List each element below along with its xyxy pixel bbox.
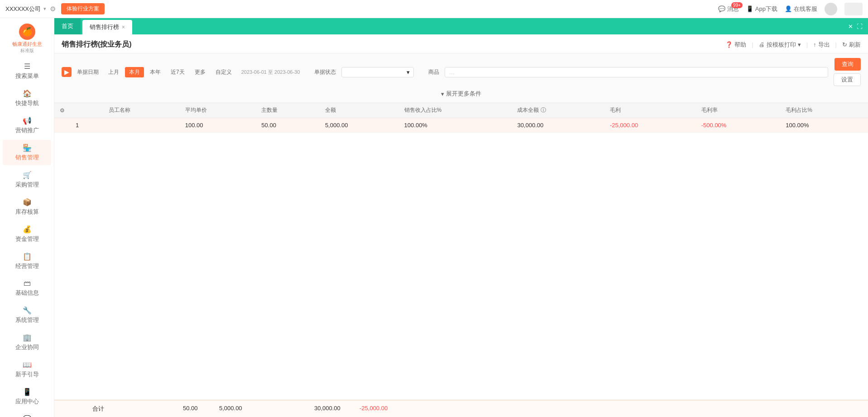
sidebar-item-marketing[interactable]: 📢 营销推广 — [3, 113, 51, 138]
status-select[interactable]: ▾ — [341, 67, 414, 77]
operations-icon: 📋 — [23, 252, 32, 261]
sidebar-item-system[interactable]: 🔧 系统管理 — [3, 302, 51, 328]
sidebar-item-operations[interactable]: 📋 经营管理 — [3, 249, 51, 274]
sidebar-item-inventory[interactable]: 📦 库存核算 — [3, 194, 51, 220]
download-icon: 📱 — [746, 5, 753, 12]
sidebar-item-wechat[interactable]: 💬 企业微信 — [3, 411, 51, 417]
user-name — [844, 3, 863, 15]
trial-button[interactable]: 体验行业方案 — [61, 3, 105, 14]
expand-conditions-button[interactable]: ▾ 展开更多条件 — [62, 90, 861, 98]
sidebar-item-label: 新手引导 — [15, 370, 39, 379]
sidebar-item-guide[interactable]: 📖 新手引导 — [3, 357, 51, 382]
footer-cells: 合计 50.00 5,000.00 30,000.00 -25,000.00 — [60, 405, 863, 413]
col-sales-pct: 销售收入占比% — [399, 103, 512, 118]
date-tab-more[interactable]: 更多 — [191, 67, 210, 77]
cell-settings — [54, 118, 70, 133]
purchase-icon: 🛒 — [23, 171, 32, 179]
messages-button[interactable]: 💬 消息 99+ — [718, 5, 739, 13]
col-settings[interactable]: ⚙ — [54, 103, 70, 118]
sidebar-item-search[interactable]: ☰ 搜索菜单 — [3, 58, 51, 84]
chevron-down-icon: ▾ — [43, 6, 46, 12]
table-container: ⚙ 员工名称 平均单价 主数量 全额 销售收入占比% 成本全额 ⓘ 毛利 毛利率… — [54, 103, 868, 400]
goods-input[interactable]: … — [445, 67, 828, 77]
print-label: 按模板打印 — [767, 41, 796, 49]
footer-qty: 50.00 — [177, 405, 214, 413]
page-actions: ❓ 帮助 | 🖨 按模板打印 ▾ | ↑ 导出 | — [725, 41, 861, 49]
tab-home[interactable]: 首页 — [54, 18, 81, 34]
sidebar-item-sales[interactable]: 🏪 销售管理 — [3, 140, 51, 165]
window-buttons: ✕ ⛶ — [848, 23, 868, 30]
sidebar-item-label: 企业协同 — [15, 343, 39, 351]
sidebar-item-label: 经营管理 — [15, 262, 39, 270]
export-button[interactable]: ↑ 导出 — [813, 41, 830, 49]
footer-rank — [73, 405, 87, 413]
sidebar-item-label: 资金管理 — [15, 235, 39, 243]
basic-icon: 🗃 — [24, 279, 31, 288]
message-badge: 99+ — [731, 2, 743, 8]
col-profit: 毛利 — [604, 103, 696, 118]
avatar[interactable] — [825, 3, 837, 15]
marketing-icon: 📢 — [23, 116, 32, 125]
company-selector[interactable]: XXXXXX公司 ▾ — [5, 5, 46, 13]
col-qty: 主数量 — [256, 103, 320, 118]
data-table: ⚙ 员工名称 平均单价 主数量 全额 销售收入占比% 成本全额 ⓘ 毛利 毛利率… — [54, 103, 868, 133]
print-icon: 🖨 — [759, 41, 765, 48]
goods-label: 商品 — [428, 68, 439, 76]
sidebar: 🍊 畅康通好生意 标准版 ☰ 搜索菜单 🏠 快捷导航 📢 营销推广 🏪 销售管理… — [0, 18, 54, 417]
logo-sub: 标准版 — [4, 48, 50, 54]
refresh-button[interactable]: ↻ 刷新 — [842, 41, 861, 49]
sidebar-item-shortcut[interactable]: 🏠 快捷导航 — [3, 86, 51, 111]
close-window-icon[interactable]: ✕ — [848, 23, 853, 30]
cell-rank: 1 — [70, 118, 103, 133]
col-amount: 全额 — [320, 103, 399, 118]
service-label: 在线客服 — [794, 5, 817, 13]
home-icon: 🏠 — [23, 89, 32, 98]
footer-cost: 30,000.00 — [309, 405, 354, 413]
app-download-button[interactable]: 📱 App下载 — [746, 5, 777, 13]
print-button[interactable]: 🖨 按模板打印 ▾ — [759, 41, 801, 49]
tab-sales-ranking[interactable]: 销售排行榜 × — [82, 20, 132, 34]
date-tab-cur-year[interactable]: 本年 — [146, 67, 165, 77]
export-icon: ↑ — [813, 41, 816, 48]
cell-sales-pct: 100.00% — [399, 118, 512, 133]
sidebar-item-purchase[interactable]: 🛒 采购管理 — [3, 167, 51, 192]
help-button[interactable]: ❓ 帮助 — [725, 41, 746, 49]
message-icon: 💬 — [718, 5, 725, 12]
settings-button[interactable]: 设置 — [834, 73, 861, 86]
col-profit-rate: 毛利率 — [696, 103, 781, 118]
restore-window-icon[interactable]: ⛶ — [857, 23, 863, 30]
footer-total-label: 合计 — [87, 405, 141, 413]
tab-close-icon[interactable]: × — [122, 24, 125, 30]
filter-collapse-button[interactable]: ▶ — [62, 67, 72, 77]
date-tab-7days[interactable]: 近7天 — [167, 67, 189, 77]
sidebar-item-basic[interactable]: 🗃 基础信息 — [3, 276, 51, 301]
footer-sales-pct — [259, 405, 309, 413]
online-service-button[interactable]: 👤 在线客服 — [785, 5, 817, 13]
sidebar-item-label: 快捷导航 — [15, 99, 39, 107]
page-title: 销售排行榜(按业务员) — [62, 40, 132, 49]
sidebar-item-app[interactable]: 📱 应用中心 — [3, 384, 51, 409]
col-avg-price: 平均单价 — [180, 103, 256, 118]
date-tab-prev-month[interactable]: 上月 — [104, 67, 123, 77]
search-menu-icon: ☰ — [24, 62, 30, 71]
divider1: | — [752, 41, 753, 48]
col-name: 员工名称 — [103, 103, 180, 118]
enterprise-icon: 🏢 — [23, 333, 32, 342]
sidebar-item-finance[interactable]: 💰 资金管理 — [3, 221, 51, 247]
header-gear-icon[interactable]: ⚙ — [50, 5, 56, 13]
header-right: 💬 消息 99+ 📱 App下载 👤 在线客服 — [718, 3, 863, 15]
cell-cost: 30,000.00 — [512, 118, 604, 133]
sales-icon: 🏪 — [23, 144, 32, 152]
cell-profit-pct: 100.00% — [780, 118, 868, 133]
sidebar-item-enterprise[interactable]: 🏢 企业协同 — [3, 330, 51, 355]
date-tab-custom[interactable]: 自定义 — [211, 67, 236, 77]
cell-avg-price: 100.00 — [180, 118, 256, 133]
active-tab-label: 销售排行榜 — [90, 23, 119, 31]
tab-bar: 首页 销售排行榜 × ✕ ⛶ — [54, 18, 868, 34]
date-tab-cur-month[interactable]: 本月 — [125, 67, 144, 77]
query-button[interactable]: 查询 — [834, 58, 861, 71]
table-row: 1 100.00 50.00 5,000.00 100.00% 30,000.0… — [54, 118, 868, 133]
content-area: 首页 销售排行榜 × ✕ ⛶ 销售排行榜(按业务员) ❓ 帮助 — [54, 18, 868, 417]
sidebar-logo: 🍊 畅康通好生意 标准版 — [0, 18, 54, 58]
sidebar-item-label: 搜索菜单 — [15, 72, 39, 80]
